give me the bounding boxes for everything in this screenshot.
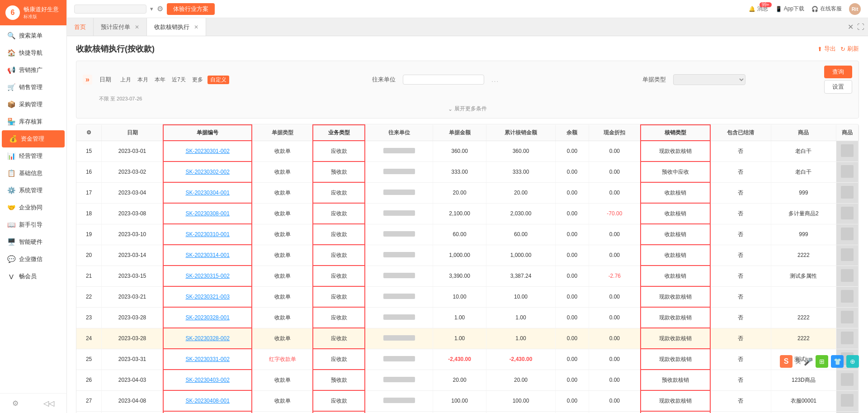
- breadcrumb-dropdown-icon[interactable]: ▾: [150, 5, 153, 12]
- sidebar: 6 畅康道好生意 标准版 🔍 搜索菜单 🏠 快捷导航 📢 营销推广 🛒 销售管理…: [0, 0, 67, 413]
- row-voucher-no[interactable]: SK-20230331-002: [163, 349, 252, 370]
- date-btn-this-month[interactable]: 本月: [136, 76, 150, 84]
- tab-collection[interactable]: 收款核销执行 ✕: [147, 18, 206, 36]
- row-voucher-no[interactable]: SK-20230328-001: [163, 307, 252, 328]
- row-partner: [365, 141, 433, 161]
- tab-close-all-btn[interactable]: ✕: [848, 23, 854, 31]
- row-cancel-type: 收款核销: [641, 224, 711, 245]
- row-voucher-no[interactable]: SK-20230302-002: [163, 161, 252, 182]
- row-voucher-no[interactable]: SK-20230304-001: [163, 182, 252, 203]
- row-amount: 10.00: [433, 286, 486, 307]
- voucher-type-label: 单据类型: [642, 76, 666, 84]
- sidebar-item-purchase[interactable]: 📦 采购管理: [0, 96, 66, 113]
- row-partner: [365, 370, 433, 390]
- inventory-icon: 🏪: [7, 118, 15, 126]
- row-date: 2023-03-10: [102, 224, 163, 245]
- breadcrumb-input[interactable]: [74, 5, 146, 14]
- row-voucher-no[interactable]: SK-20230308-001: [163, 203, 252, 224]
- row-cash-discount: 0.00: [589, 349, 640, 370]
- row-biz-type: 应收款: [313, 266, 365, 286]
- date-btn-7days[interactable]: 近7天: [170, 76, 188, 84]
- industry-solution-btn[interactable]: 体验行业方案: [167, 3, 215, 15]
- row-product2: [836, 141, 859, 161]
- col-header-balance: 余额: [555, 125, 589, 141]
- row-voucher-no[interactable]: SK-20230328-002: [163, 328, 252, 349]
- row-include-settled: 否: [710, 245, 771, 266]
- col-header-partner: 往来单位: [365, 125, 433, 141]
- filter-expand-btn[interactable]: ⌄ 展开更多条件: [83, 102, 852, 114]
- voucher-type-select[interactable]: [673, 74, 745, 85]
- date-btn-more[interactable]: 更多: [190, 76, 205, 84]
- header-gear-icon[interactable]: ⚙: [157, 5, 163, 13]
- notification-btn[interactable]: 🔔 消息 99+: [749, 5, 768, 13]
- row-voucher-type: 收款单: [252, 224, 313, 245]
- sidebar-item-marketing[interactable]: 📢 营销推广: [0, 62, 66, 79]
- sidebar-item-inventory[interactable]: 🏪 库存核算: [0, 113, 66, 130]
- sidebar-item-operations[interactable]: 📊 经营管理: [0, 147, 66, 165]
- row-voucher-no[interactable]: SK-20230408-001: [163, 390, 252, 411]
- sidebar-item-system[interactable]: ⚙️ 系统管理: [0, 182, 66, 199]
- row-voucher-no[interactable]: SK-20230314-001: [163, 245, 252, 266]
- sidebar-item-basic[interactable]: 📋 基础信息: [0, 165, 66, 182]
- filter-toggle-btn[interactable]: »: [83, 75, 92, 85]
- date-btn-custom[interactable]: 自定义: [208, 76, 229, 84]
- row-voucher-no[interactable]: SK-20230301-002: [163, 141, 252, 161]
- table-wrapper: ⚙ 日期 单据编号 单据类型 业务类型 往来单位 单据金额 累计核销金额 余额 …: [76, 124, 859, 413]
- tab-collection-close-btn[interactable]: ✕: [194, 24, 198, 30]
- avatar[interactable]: Rit: [849, 3, 861, 15]
- row-amount: 333.00: [433, 161, 486, 182]
- floating-mic: 🎤: [804, 357, 813, 366]
- row-voucher-no[interactable]: SK-20230315-002: [163, 266, 252, 286]
- tab-actions: ✕ ⛶: [844, 18, 868, 36]
- row-balance: 0.00: [555, 349, 589, 370]
- tab-prepay-close-btn[interactable]: ✕: [135, 24, 139, 30]
- table-row: 252023-03-31SK-20230331-002红字收款单应收款-2,43…: [76, 349, 859, 370]
- collapse-sidebar-btn[interactable]: ◁◁: [43, 399, 54, 408]
- row-amount: 2,100.00: [433, 203, 486, 224]
- table-row: 282023-04-18SK-20230418-001收款单应收款100.001…: [76, 411, 859, 413]
- refresh-btn[interactable]: ↻ 刷新: [840, 45, 859, 53]
- date-btn-this-year[interactable]: 本年: [153, 76, 167, 84]
- sidebar-item-label: 系统管理: [19, 186, 42, 195]
- query-btn[interactable]: 查询: [824, 66, 852, 78]
- tab-fullscreen-btn[interactable]: ⛶: [857, 23, 864, 31]
- sidebar-item-quicknav[interactable]: 🏠 快捷导航: [0, 44, 66, 62]
- row-voucher-type: 收款单: [252, 411, 313, 413]
- tab-prepay[interactable]: 预计应付单 ✕: [94, 18, 147, 36]
- row-voucher-no[interactable]: SK-20230321-003: [163, 286, 252, 307]
- col-header-cumulative: 累计核销金额: [486, 125, 556, 141]
- sidebar-item-sales[interactable]: 🛒 销售管理: [0, 79, 66, 96]
- date-btn-last-month[interactable]: 上月: [118, 76, 133, 84]
- filter-area: » 日期 上月 本月 本年 近7天 更多 自定义 往来单位 ... 单据类型: [76, 61, 859, 119]
- search-icon: 🔍: [7, 32, 15, 40]
- row-biz-type: 预收款: [313, 370, 365, 390]
- sidebar-item-corp[interactable]: 🤝 企业协同: [0, 199, 66, 216]
- col-header-gear[interactable]: ⚙: [76, 125, 102, 141]
- table-row: 242023-03-28SK-20230328-002收款单应收款1.001.0…: [76, 328, 859, 349]
- sidebar-item-finance[interactable]: 💰 资金管理: [2, 130, 65, 147]
- setting-btn[interactable]: 设置: [824, 80, 852, 94]
- row-product2: [836, 161, 859, 182]
- app-download-btn[interactable]: 📱 App下载: [775, 5, 804, 13]
- row-biz-type: 应收款: [313, 328, 365, 349]
- settings-gear-btn[interactable]: ⚙: [12, 399, 19, 408]
- row-voucher-no[interactable]: SK-20230403-002: [163, 370, 252, 390]
- row-include-settled: 否: [710, 182, 771, 203]
- partner-input[interactable]: [403, 75, 484, 85]
- sidebar-item-member[interactable]: V 畅会员: [0, 268, 66, 285]
- sidebar-item-wechat[interactable]: 💬 企业微信: [0, 251, 66, 268]
- row-partner: [365, 390, 433, 411]
- row-product: 多计量商品2: [771, 203, 836, 224]
- row-biz-type: 应收款: [313, 286, 365, 307]
- row-voucher-no[interactable]: SK-20230310-001: [163, 224, 252, 245]
- row-voucher-no[interactable]: SK-20230418-001: [163, 411, 252, 413]
- tab-home[interactable]: 首页: [67, 18, 94, 36]
- row-amount: 1.00: [433, 307, 486, 328]
- table-row: 262023-04-03SK-20230403-002收款单预收款20.0020…: [76, 370, 859, 390]
- system-icon: ⚙️: [7, 186, 15, 195]
- sidebar-item-hardware[interactable]: 🖥️ 智能硬件: [0, 233, 66, 251]
- sidebar-item-search[interactable]: 🔍 搜索菜单: [0, 27, 66, 44]
- online-service-btn[interactable]: 🎧 在线客服: [811, 5, 842, 13]
- sidebar-item-guide[interactable]: 📖 新手引导: [0, 216, 66, 233]
- export-btn[interactable]: ⬆ 导出: [817, 45, 836, 53]
